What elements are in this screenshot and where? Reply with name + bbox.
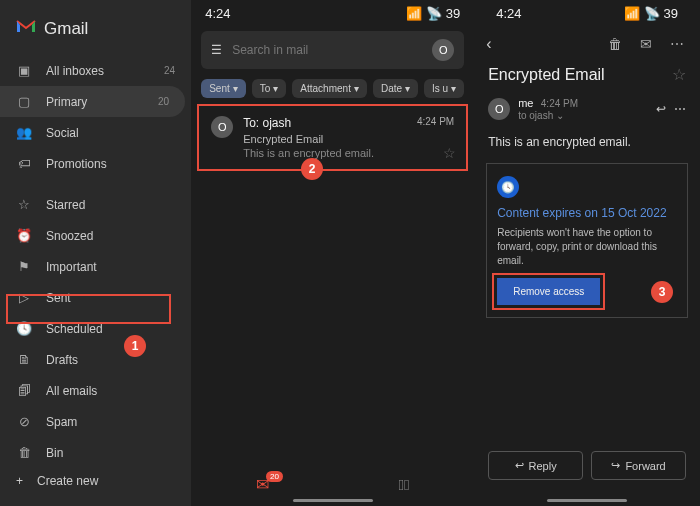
- sender-time: 4:24 PM: [541, 98, 578, 109]
- delete-icon[interactable]: 🗑: [604, 36, 626, 52]
- sender-to[interactable]: to ojash ⌄: [518, 110, 648, 121]
- account-avatar[interactable]: O: [432, 39, 454, 61]
- message-list-panel: 4:24 📶 📡 39 ☰ O Sent ▾To ▾Attachment ▾Da…: [191, 0, 474, 506]
- sidebar-item-label: Sent: [46, 291, 161, 305]
- folder-icon: ▷: [16, 290, 32, 305]
- chevron-down-icon: ▾: [354, 83, 359, 94]
- sidebar-item-label: Drafts: [46, 353, 161, 367]
- message-subject: Encrypted Email: [243, 133, 407, 145]
- sidebar-item-label: Starred: [46, 198, 161, 212]
- sender-avatar: O: [488, 98, 510, 120]
- gmail-icon: [16, 18, 36, 39]
- chevron-down-icon: ▾: [233, 83, 238, 94]
- back-icon[interactable]: ‹: [486, 35, 594, 53]
- annotation-badge-2: 2: [301, 158, 323, 180]
- annotation-badge-3: 3: [651, 281, 673, 303]
- star-icon[interactable]: ☆: [443, 145, 456, 161]
- detail-toolbar: ‹ 🗑 ✉ ⋯: [482, 27, 692, 61]
- sidebar-item-label: Important: [46, 260, 161, 274]
- sender-avatar: O: [211, 116, 233, 138]
- filter-chips: Sent ▾To ▾Attachment ▾Date ▾Is u ▾: [191, 73, 474, 104]
- confidential-title: Content expires on 15 Oct 2022: [497, 206, 677, 220]
- bottom-nav: ✉20 ▢⃝: [191, 475, 474, 494]
- message-item[interactable]: O To: ojash Encrypted Email This is an e…: [197, 104, 468, 171]
- status-bar: 4:24 📶 📡 39: [482, 0, 692, 27]
- folder-icon: 🗎: [16, 352, 32, 367]
- sender-name: me: [518, 97, 533, 109]
- filter-chip-is u[interactable]: Is u ▾: [424, 79, 464, 98]
- search-bar[interactable]: ☰ O: [201, 31, 464, 69]
- message-recipient: To: ojash: [243, 116, 407, 130]
- sidebar-item-label: All emails: [46, 384, 161, 398]
- status-time: 4:24: [205, 6, 230, 21]
- remove-access-button[interactable]: Remove access: [497, 278, 600, 305]
- sidebar-item-promotions[interactable]: 🏷Promotions: [0, 148, 191, 179]
- sidebar-item-drafts[interactable]: 🗎Drafts: [0, 344, 191, 375]
- video-tab[interactable]: ▢⃝: [398, 476, 409, 493]
- more-icon[interactable]: ⋯: [666, 36, 688, 52]
- sidebar-item-starred[interactable]: ☆Starred: [0, 189, 191, 220]
- sidebar-item-label: All inboxes: [46, 64, 150, 78]
- annotation-badge-1: 1: [124, 335, 146, 357]
- folder-icon: 🕓: [16, 321, 32, 336]
- sidebar-item-primary[interactable]: ▢Primary20: [0, 86, 185, 117]
- filter-chip-to[interactable]: To ▾: [252, 79, 287, 98]
- status-indicators: 📶 📡 39: [406, 6, 460, 21]
- clock-icon: 🕓: [497, 176, 519, 198]
- chevron-down-icon: ▾: [405, 83, 410, 94]
- confidential-box: 🕓 Content expires on 15 Oct 2022 Recipie…: [486, 163, 688, 318]
- create-new-button[interactable]: + Create new: [0, 464, 191, 498]
- star-icon[interactable]: ☆: [672, 65, 686, 84]
- sidebar-item-snoozed[interactable]: ⏰Snoozed: [0, 220, 191, 251]
- home-indicator: [293, 499, 373, 502]
- sidebar-item-label: Snoozed: [46, 229, 161, 243]
- menu-icon[interactable]: ☰: [211, 43, 222, 57]
- sidebar-item-count: 20: [158, 96, 169, 107]
- sidebar-item-important[interactable]: ⚑Important: [0, 251, 191, 282]
- folder-icon: 👥: [16, 125, 32, 140]
- forward-button[interactable]: ↪ Forward: [591, 451, 686, 480]
- app-name: Gmail: [44, 19, 88, 39]
- sidebar-item-sent[interactable]: ▷Sent: [0, 282, 191, 313]
- chevron-down-icon: ▾: [451, 83, 456, 94]
- detail-subject-row: Encrypted Email ☆: [482, 61, 692, 88]
- status-bar: 4:24 📶 📡 39: [191, 0, 474, 27]
- sidebar-item-all-emails[interactable]: 🗐All emails: [0, 375, 191, 406]
- folder-icon: ☆: [16, 197, 32, 212]
- sidebar-item-label: Primary: [46, 95, 144, 109]
- search-input[interactable]: [232, 43, 422, 57]
- mail-icon[interactable]: ✉: [636, 36, 656, 52]
- sidebar-item-label: Bin: [46, 446, 161, 460]
- sender-row[interactable]: O me 4:24 PM to ojash ⌄ ↩ ⋯: [482, 88, 692, 129]
- folder-icon: 🗑: [16, 445, 32, 460]
- app-logo: Gmail: [0, 10, 191, 55]
- chevron-down-icon: ▾: [273, 83, 278, 94]
- detail-subject: Encrypted Email: [488, 66, 672, 84]
- folder-icon: ⚑: [16, 259, 32, 274]
- sidebar-item-label: Scheduled: [46, 322, 161, 336]
- mail-tab[interactable]: ✉20: [256, 475, 269, 494]
- sidebar-item-social[interactable]: 👥Social: [0, 117, 191, 148]
- folder-icon: ⊘: [16, 414, 32, 429]
- status-indicators: 📶 📡 39: [624, 6, 678, 21]
- reply-icon[interactable]: ↩: [656, 102, 666, 116]
- filter-chip-sent[interactable]: Sent ▾: [201, 79, 246, 98]
- sidebar-item-all-inboxes[interactable]: ▣All inboxes24: [0, 55, 191, 86]
- more-icon[interactable]: ⋯: [674, 102, 686, 116]
- sidebar-item-scheduled[interactable]: 🕓Scheduled: [0, 313, 191, 344]
- folder-icon: ▢: [16, 94, 32, 109]
- message-detail-panel: 4:24 📶 📡 39 ‹ 🗑 ✉ ⋯ Encrypted Email ☆ O …: [474, 0, 700, 506]
- status-time: 4:24: [496, 6, 521, 21]
- create-label: Create new: [37, 474, 98, 488]
- sidebar-item-label: Social: [46, 126, 161, 140]
- home-indicator: [547, 499, 627, 502]
- filter-chip-date[interactable]: Date ▾: [373, 79, 418, 98]
- filter-chip-attachment[interactable]: Attachment ▾: [292, 79, 367, 98]
- reply-button[interactable]: ↩ Reply: [488, 451, 583, 480]
- folder-icon: ⏰: [16, 228, 32, 243]
- sidebar: Gmail ▣All inboxes24▢Primary20👥Social🏷Pr…: [0, 0, 191, 506]
- folder-icon: ▣: [16, 63, 32, 78]
- sidebar-item-spam[interactable]: ⊘Spam: [0, 406, 191, 437]
- action-buttons: ↩ Reply ↪ Forward: [482, 441, 692, 490]
- sidebar-item-count: 24: [164, 65, 175, 76]
